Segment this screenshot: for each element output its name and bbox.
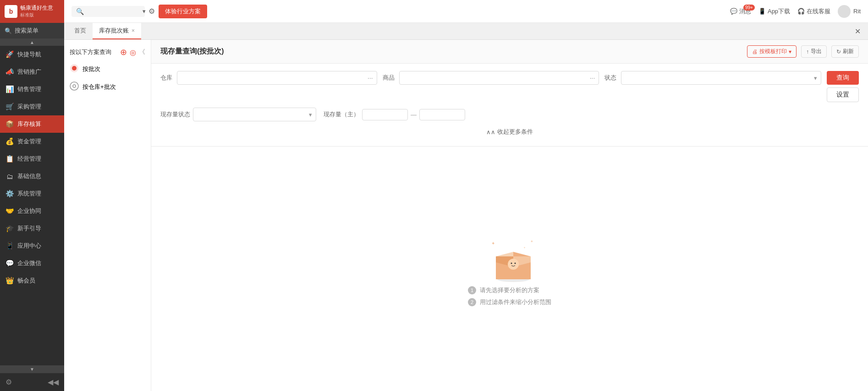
scheme-warehouse-batch-icon xyxy=(70,81,79,91)
svg-text:✦: ✦ xyxy=(491,241,495,246)
sidebar-item-inventory[interactable]: 📦 库存核算 xyxy=(0,115,64,133)
topbar-gear-icon[interactable]: ⚙ xyxy=(148,7,155,16)
inventory-status-label: 现存量状态 xyxy=(160,110,190,119)
settings-icon[interactable]: ⚙ xyxy=(5,378,12,386)
warehouse-input[interactable] xyxy=(181,75,366,81)
refresh-icon: ↻ xyxy=(836,49,841,55)
status-select-wrap[interactable]: ▾ xyxy=(621,71,821,85)
scheme-warehouse-batch-label: 按仓库+批次 xyxy=(82,83,116,91)
phone-icon: 📱 xyxy=(758,8,766,15)
warehouse-dots[interactable]: ··· xyxy=(366,74,373,81)
export-label: 导出 xyxy=(811,48,822,55)
page-title: 现存量查询(按批次) xyxy=(160,47,224,56)
sidebar-item-basic[interactable]: 🗂 基础信息 xyxy=(0,168,64,185)
sidebar-item-label: 企业微信 xyxy=(17,259,41,267)
sidebar-item-enterprise[interactable]: 🤝 企业协同 xyxy=(0,202,64,220)
scheme-active-indicator xyxy=(70,64,79,74)
svg-point-13 xyxy=(515,263,516,264)
sidebar-item-label: 应用中心 xyxy=(17,242,41,250)
status-filter: 状态 ▾ xyxy=(604,71,821,85)
refresh-button[interactable]: ↻ 刷新 xyxy=(831,45,859,58)
search-icon: 🔍 xyxy=(5,27,12,34)
inventory-status-chevron-icon: ▾ xyxy=(309,111,312,118)
scheme-inactive-indicator xyxy=(70,81,79,92)
sidebar-item-wechat[interactable]: 💬 企业微信 xyxy=(0,255,64,272)
collapse-sidebar-icon[interactable]: ◀◀ xyxy=(48,378,59,386)
product-input[interactable] xyxy=(403,75,588,81)
sidebar-item-finance[interactable]: 💰 资金管理 xyxy=(0,133,64,150)
warehouse-input-wrap[interactable]: ··· xyxy=(177,71,377,85)
sidebar-item-operations[interactable]: 📋 经营管理 xyxy=(0,150,64,168)
export-button[interactable]: ↑ 导出 xyxy=(801,45,827,58)
trial-button[interactable]: 体验行业方案 xyxy=(159,5,207,18)
collapse-more-button[interactable]: ∧∧ 收起更多条件 xyxy=(160,125,859,139)
product-label: 商品 xyxy=(383,74,396,82)
quantity-max-input[interactable] xyxy=(419,109,465,120)
user-name: Rit xyxy=(853,8,861,15)
svg-point-3 xyxy=(73,85,76,87)
status-label: 状态 xyxy=(604,74,618,82)
sidebar-item-label: 经营管理 xyxy=(17,155,41,163)
sidebar-item-member[interactable]: 👑 畅会员 xyxy=(0,272,64,289)
print-template-button[interactable]: 🖨 按模板打印 ▾ xyxy=(747,45,797,58)
inventory-status-select-wrap[interactable]: ▾ xyxy=(193,108,316,121)
sidebar-item-appstore[interactable]: 📱 应用中心 xyxy=(0,237,64,255)
sidebar-item-purchase[interactable]: 🛒 采购管理 xyxy=(0,98,64,115)
sidebar-item-label: 库存核算 xyxy=(17,120,41,128)
sidebar-item-sales[interactable]: 📊 销售管理 xyxy=(0,81,64,98)
hint-2-text: 用过滤条件来缩小分析范围 xyxy=(480,298,551,306)
sidebar-search[interactable]: 🔍 搜索菜单 xyxy=(0,23,64,38)
close-tab-button[interactable]: ✕ xyxy=(855,27,861,36)
product-filter: 商品 ··· xyxy=(383,71,599,85)
sidebar-scroll-down[interactable]: ▼ xyxy=(0,365,64,373)
filter-row-1: 仓库 ··· 商品 ··· xyxy=(160,71,859,102)
empty-state: ✦ ✦ ✦ 1 请先选择要分析的方案 2 用过滤条件来缩小分析范围 xyxy=(151,147,868,391)
settings-button[interactable]: 设置 xyxy=(827,87,859,102)
scheme-item-batch[interactable]: 按批次 xyxy=(64,60,151,78)
appstore-icon: 📱 xyxy=(5,242,14,250)
sidebar-item-quick-nav[interactable]: 🚀 快捷导航 xyxy=(0,46,64,63)
user-avatar-area[interactable]: Rit xyxy=(838,5,861,18)
tab-inventory-batch[interactable]: 库存批次账 × xyxy=(93,23,141,39)
app-edition: 标准版 xyxy=(20,12,53,18)
sidebar-logo: b xyxy=(5,5,17,18)
topbar-search-input[interactable] xyxy=(86,8,141,15)
svg-point-11 xyxy=(508,259,519,270)
quantity-filter: 现存量（主） — xyxy=(324,109,465,120)
right-panel: 现存量查询(按批次) 🖨 按模板打印 ▾ ↑ 导出 ↻ 刷新 xyxy=(151,40,868,391)
product-input-wrap[interactable]: ··· xyxy=(399,71,599,85)
sidebar-item-marketing[interactable]: 📣 营销推广 xyxy=(0,63,64,81)
app-download-button[interactable]: 📱 App下载 xyxy=(758,7,790,16)
filter-area: 仓库 ··· 商品 ··· xyxy=(151,64,868,147)
scroll-up-icon: ▲ xyxy=(30,40,34,45)
online-service-button[interactable]: 🎧 在线客服 xyxy=(797,7,830,16)
tabs-right-actions: ✕ xyxy=(855,27,864,36)
product-dots[interactable]: ··· xyxy=(588,74,595,81)
sidebar-item-label: 营销推广 xyxy=(17,68,41,76)
scheme-settings-icon[interactable]: ◎ xyxy=(130,48,136,57)
sidebar-item-newbie[interactable]: 🎓 新手引导 xyxy=(0,220,64,237)
quantity-label: 现存量（主） xyxy=(324,110,359,119)
sidebar-item-system[interactable]: ⚙️ 系统管理 xyxy=(0,185,64,202)
collapse-panel-icon[interactable]: 《 xyxy=(139,48,145,56)
quantity-min-input[interactable] xyxy=(362,109,408,120)
sidebar-item-label: 畅会员 xyxy=(17,277,35,285)
topbar-search-box[interactable]: 🔍 ▾ xyxy=(71,6,145,17)
sidebar-scroll-up[interactable]: ▲ xyxy=(0,38,64,46)
basic-icon: 🗂 xyxy=(5,173,14,180)
svg-point-12 xyxy=(511,263,512,264)
add-scheme-icon[interactable]: ⊕ xyxy=(120,47,127,57)
sidebar-item-label: 销售管理 xyxy=(17,85,41,93)
messages-button[interactable]: 💬 消息 99+ xyxy=(730,7,751,16)
product-filter-inner: 商品 ··· xyxy=(383,71,599,85)
export-icon: ↑ xyxy=(806,49,809,55)
scheme-item-warehouse-batch[interactable]: 按仓库+批次 xyxy=(64,78,151,96)
svg-text:✦: ✦ xyxy=(530,239,533,244)
print-dropdown-icon[interactable]: ▾ xyxy=(789,49,791,55)
tab-close-icon[interactable]: × xyxy=(132,27,135,34)
topbar-dropdown-icon[interactable]: ▾ xyxy=(143,8,146,15)
query-button[interactable]: 查询 xyxy=(827,71,859,85)
quantity-dash: — xyxy=(411,111,417,118)
tab-home[interactable]: 首页 xyxy=(68,23,93,39)
scheme-query-label: 按以下方案查询 xyxy=(70,48,111,56)
